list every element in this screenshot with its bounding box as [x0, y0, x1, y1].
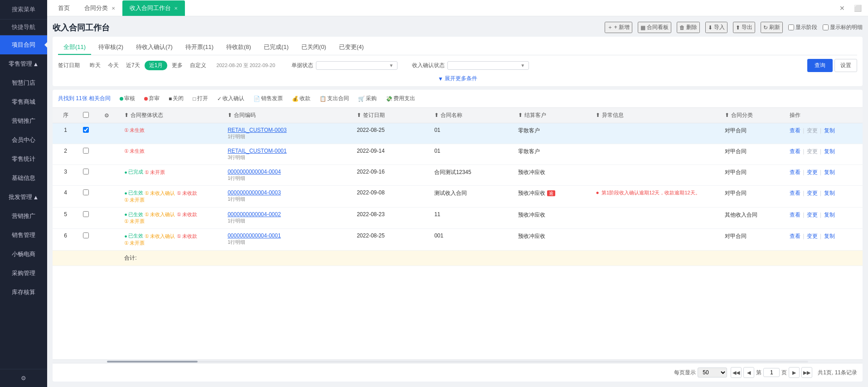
- row-6-code-link[interactable]: 0000000000004-0001: [228, 232, 281, 239]
- row-3-view-btn[interactable]: 查看: [790, 169, 800, 175]
- sidebar-item-sales-promo[interactable]: 营销推广: [0, 207, 47, 226]
- row-1-code-link[interactable]: RETAIL_CUSTOM-0003: [228, 127, 286, 133]
- tab-contract-cat[interactable]: 合同分类 ✕: [77, 0, 122, 16]
- sidebar-item-retail-stats[interactable]: 零售统计: [0, 150, 47, 169]
- row-5-customer: 预收冲应收: [514, 207, 591, 229]
- sidebar-item-inventory[interactable]: 库存核算: [0, 283, 47, 302]
- row-6-view-btn[interactable]: 查看: [790, 233, 800, 239]
- col-header-gear[interactable]: ⚙: [100, 108, 120, 123]
- income-confirm-action-btn[interactable]: ✓ 收入确认: [213, 93, 248, 104]
- sidebar-item-sales-mgmt[interactable]: 销售管理: [0, 226, 47, 245]
- row-5-code-link[interactable]: 0000000000004-0002: [228, 211, 281, 218]
- horizontal-scrollbar[interactable]: [53, 359, 863, 363]
- delete-button[interactable]: 🗑 删除: [677, 22, 700, 33]
- row-5-copy-btn[interactable]: 复制: [824, 212, 835, 218]
- first-page-btn[interactable]: ◀◀: [731, 367, 742, 378]
- status-tab-all[interactable]: 全部(11): [58, 40, 91, 55]
- date-btn-1month[interactable]: 近1月: [145, 61, 168, 70]
- status-tab-changed[interactable]: 已变更(4): [334, 40, 369, 55]
- row-1-view-btn[interactable]: 查看: [790, 127, 800, 134]
- window-maximize-btn[interactable]: ⬜: [851, 4, 864, 13]
- row-3-copy-btn[interactable]: 复制: [824, 169, 835, 175]
- sidebar-item-ecommerce[interactable]: 小畅电商: [0, 245, 47, 264]
- row-4-change-btn[interactable]: 变更: [807, 190, 818, 196]
- last-page-btn[interactable]: ▶▶: [801, 367, 812, 378]
- sidebar-item-wholesale[interactable]: 批发管理 ▲: [0, 188, 47, 207]
- status-tab-pending-review[interactable]: 待审核(2): [93, 40, 129, 55]
- import-button[interactable]: ⬇ 导入: [705, 22, 727, 33]
- refresh-button[interactable]: ↻ 刷新: [761, 22, 783, 33]
- page-number-input[interactable]: [763, 368, 780, 377]
- row-3-change-btn[interactable]: 变更: [807, 169, 818, 175]
- row-3-seq: 3: [53, 165, 78, 186]
- sidebar-item-marketing[interactable]: 营销推广: [0, 111, 47, 131]
- payment-action-btn[interactable]: 💰 收款: [288, 93, 314, 104]
- date-btn-today[interactable]: 今天: [105, 61, 121, 70]
- row-4-copy-btn[interactable]: 复制: [824, 190, 835, 196]
- row-3-code-link[interactable]: 0000000000004-0004: [228, 169, 281, 175]
- date-btn-custom[interactable]: 自定义: [187, 61, 209, 70]
- status-tab-pending-invoice[interactable]: 待开票(11): [180, 40, 219, 55]
- row-4-check[interactable]: [78, 186, 100, 208]
- row-6-change-btn[interactable]: 变更: [807, 233, 818, 239]
- date-btn-7days[interactable]: 近7天: [123, 61, 143, 70]
- sidebar-item-project[interactable]: 项目合同: [0, 35, 47, 54]
- sidebar-item-basic-info[interactable]: 基础信息: [0, 169, 47, 188]
- show-mark-checkbox[interactable]: 显示标的明细: [823, 24, 863, 31]
- next-page-btn[interactable]: ▶: [789, 367, 800, 378]
- expand-filter-btn[interactable]: ▼ 展开更多条件: [438, 75, 477, 82]
- export-button[interactable]: ⬆ 导出: [733, 22, 755, 33]
- sidebar-item-member[interactable]: 会员中心: [0, 131, 47, 150]
- row-2-code-link[interactable]: RETAIL_CUSTOM-0001: [228, 148, 286, 154]
- new-button[interactable]: ＋ + 新增: [605, 22, 632, 33]
- row-5-change-btn[interactable]: 变更: [807, 212, 818, 218]
- status-tab-pending-confirm[interactable]: 待收入确认(7): [131, 40, 178, 55]
- window-close-btn[interactable]: ✕: [837, 4, 848, 13]
- sidebar-item-retail-mall[interactable]: 零售商城: [0, 92, 47, 111]
- sidebar-quick-nav[interactable]: 快捷导航: [0, 19, 47, 35]
- select-all-checkbox[interactable]: [83, 112, 89, 118]
- sidebar-item-retail[interactable]: 零售管理 ▲: [0, 54, 47, 73]
- close-action-btn[interactable]: ■ 关闭: [165, 93, 187, 104]
- expense-out-action-btn[interactable]: 📋 支出合同: [316, 93, 353, 104]
- tab-close-contract-cat[interactable]: ✕: [112, 6, 115, 11]
- sidebar-search[interactable]: 搜索菜单: [0, 0, 47, 19]
- row-2-copy-btn[interactable]: 复制: [824, 148, 835, 155]
- sidebar-item-smart-store[interactable]: 智慧门店: [0, 73, 47, 92]
- contract-board-button[interactable]: ▦ 合同看板: [638, 22, 671, 33]
- row-5-view-btn[interactable]: 查看: [790, 212, 800, 218]
- row-1-copy-btn[interactable]: 复制: [824, 127, 835, 134]
- query-button[interactable]: 查询: [807, 59, 833, 72]
- page-size-select[interactable]: 10 20 50 100: [698, 368, 727, 377]
- status-tab-completed[interactable]: 已完成(1): [258, 40, 294, 55]
- purchase-action-btn[interactable]: 🛒 采购: [354, 93, 380, 104]
- date-btn-yesterday[interactable]: 昨天: [87, 61, 103, 70]
- row-1-check[interactable]: [78, 123, 100, 144]
- sales-invoice-action-btn[interactable]: 📄 销售发票: [250, 93, 286, 104]
- row-2-check[interactable]: [78, 144, 100, 165]
- row-6-check[interactable]: [78, 229, 100, 251]
- prev-page-btn[interactable]: ◀: [743, 367, 754, 378]
- sidebar-settings-btn[interactable]: ⚙: [0, 369, 47, 387]
- tab-income-workbench[interactable]: 收入合同工作台 ✕: [122, 0, 185, 16]
- review-action-btn[interactable]: 审核: [116, 93, 139, 104]
- row-6-copy-btn[interactable]: 复制: [824, 233, 835, 239]
- show-phase-checkbox[interactable]: 显示阶段: [788, 24, 817, 31]
- status-tab-closed[interactable]: 已关闭(0): [296, 40, 332, 55]
- tab-home[interactable]: 首页: [51, 0, 77, 16]
- sidebar-item-purchase[interactable]: 采购管理: [0, 264, 47, 283]
- date-btn-more[interactable]: 更多: [169, 61, 185, 70]
- status-tab-pending-payment[interactable]: 待收款(8): [221, 40, 257, 55]
- row-3-check[interactable]: [78, 165, 100, 186]
- open-action-btn[interactable]: □ 打开: [189, 93, 211, 104]
- fee-out-action-btn[interactable]: 💸 费用支出: [382, 93, 419, 104]
- doc-status-select[interactable]: ▼: [316, 61, 398, 70]
- filter-settings-button[interactable]: 设置: [834, 59, 857, 72]
- income-confirm-select[interactable]: ▼: [447, 61, 529, 70]
- row-2-view-btn[interactable]: 查看: [790, 148, 800, 155]
- row-4-view-btn[interactable]: 查看: [790, 190, 800, 196]
- abandon-action-btn[interactable]: 弃审: [141, 93, 163, 104]
- row-4-code-link[interactable]: 0000000000004-0003: [228, 189, 281, 196]
- tab-close-income-workbench[interactable]: ✕: [174, 6, 178, 11]
- row-5-check[interactable]: [78, 207, 100, 229]
